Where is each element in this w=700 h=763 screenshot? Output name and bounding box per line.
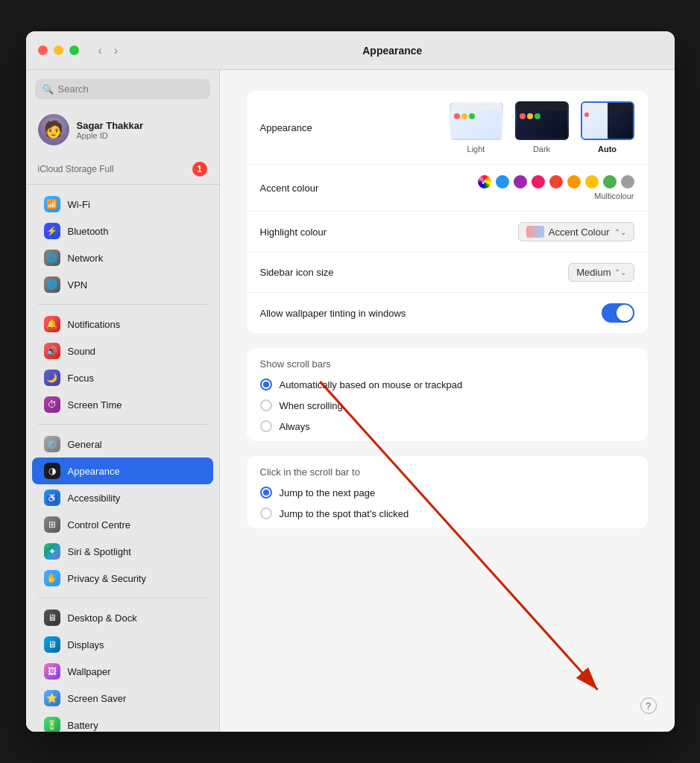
- accent-colour-control: Multicolour: [478, 175, 634, 200]
- privacy-icon: ✋: [44, 570, 60, 586]
- accessibility-icon: ♿: [44, 490, 60, 506]
- wifi-icon: 📶: [44, 196, 60, 212]
- close-button[interactable]: [38, 45, 48, 55]
- click-next-row[interactable]: Jump to the next page: [247, 482, 648, 503]
- dot-yellow: [461, 113, 467, 119]
- sidebar-item-battery[interactable]: 🔋 Battery: [32, 712, 213, 732]
- icloud-row[interactable]: iCloud Storage Full 1: [26, 157, 219, 185]
- notifications-icon: 🔔: [44, 316, 60, 332]
- accent-dots: [478, 175, 634, 189]
- dark-thumbnail: [515, 101, 569, 140]
- user-profile[interactable]: 🧑 Sagar Thakkar Apple ID: [26, 108, 219, 151]
- accent-multicolor[interactable]: [478, 175, 491, 189]
- minimize-button[interactable]: [54, 45, 63, 55]
- appearance-dark[interactable]: Dark: [515, 101, 569, 153]
- network-icon: 🌐: [44, 250, 60, 266]
- sidebar-item-displays-label: Displays: [68, 639, 104, 650]
- toggle-knob: [617, 305, 633, 321]
- sidebar-item-screentime[interactable]: ⏱ Screen Time: [32, 391, 213, 418]
- search-input[interactable]: [58, 83, 203, 95]
- sidebar-item-focus-label: Focus: [68, 373, 94, 384]
- forward-button[interactable]: ›: [110, 42, 122, 59]
- click-spot-radio[interactable]: [260, 507, 272, 519]
- dot-red: [454, 113, 460, 119]
- scroll-when-row[interactable]: When scrolling: [247, 395, 648, 416]
- accent-orange[interactable]: [567, 175, 581, 189]
- avatar-image: 🧑: [38, 114, 69, 145]
- scroll-auto-label: Automatically based on mouse or trackpad: [280, 379, 463, 390]
- help-button[interactable]: ?: [640, 697, 657, 714]
- sidebar-item-controlcentre[interactable]: ⊞ Control Centre: [32, 511, 213, 538]
- sidebar-item-appearance[interactable]: ◑ Appearance: [32, 458, 213, 484]
- appearance-group: Appearance: [247, 91, 648, 333]
- sidebar-item-accessibility[interactable]: ♿ Accessibility: [32, 484, 213, 511]
- thumb-body: [451, 110, 502, 139]
- appearance-light[interactable]: Light: [450, 101, 503, 153]
- auto-menubar-l: [582, 103, 608, 110]
- sidebar-item-wallpaper[interactable]: 🖼 Wallpaper: [32, 658, 213, 685]
- auto-body-r: [608, 110, 633, 139]
- dot-yellow-d: [527, 113, 533, 119]
- click-spot-row[interactable]: Jump to the spot that's clicked: [247, 503, 648, 528]
- sidebar-item-desktop[interactable]: 🖥 Desktop & Dock: [32, 604, 213, 631]
- accent-pink[interactable]: [532, 175, 545, 189]
- auto-body-l: [582, 110, 608, 139]
- click-scroll-group: Click in the scroll bar to Jump to the n…: [247, 456, 648, 528]
- sidebar-item-displays[interactable]: 🖥 Displays: [32, 631, 213, 658]
- accent-col-wrap: Multicolour: [478, 175, 634, 200]
- light-label: Light: [467, 145, 485, 153]
- scroll-always-row[interactable]: Always: [247, 416, 648, 441]
- main-layout: 🔍 🧑 Sagar Thakkar Apple ID iCloud Storag…: [26, 70, 675, 732]
- user-info: Sagar Thakkar Apple ID: [77, 120, 144, 140]
- accent-purple[interactable]: [514, 175, 527, 189]
- scroll-auto-row[interactable]: Automatically based on mouse or trackpad: [247, 374, 648, 395]
- highlight-colour-control: Accent Colour ⌃⌄: [518, 222, 634, 241]
- sidebar-item-bluetooth[interactable]: ⚡ Bluetooth: [32, 218, 213, 244]
- sidebar-item-siri[interactable]: ✦ Siri & Spotlight: [32, 538, 213, 565]
- sidebar-item-wifi[interactable]: 📶 Wi-Fi: [32, 191, 213, 218]
- accent-yellow[interactable]: [585, 175, 599, 189]
- appearance-auto[interactable]: Auto: [581, 101, 634, 153]
- accent-sublabel: Multicolour: [594, 191, 634, 200]
- controlcentre-icon: ⊞: [44, 516, 60, 533]
- light-thumbnail: [450, 101, 503, 140]
- sidebar-item-network[interactable]: 🌐 Network: [32, 244, 213, 271]
- maximize-button[interactable]: [69, 45, 79, 55]
- sidebar-item-general-label: General: [68, 439, 102, 450]
- sidebar-item-screensaver[interactable]: ⭐ Screen Saver: [32, 685, 213, 712]
- sidebar-item-privacy-label: Privacy & Security: [68, 573, 146, 584]
- sidebar: 🔍 🧑 Sagar Thakkar Apple ID iCloud Storag…: [26, 70, 220, 732]
- sidebar-icon-size-value: Medium: [576, 267, 611, 278]
- titlebar: ‹ › Appearance: [26, 31, 675, 70]
- appearance-label: Appearance: [260, 122, 312, 133]
- sidebar-item-privacy[interactable]: ✋ Privacy & Security: [32, 565, 213, 592]
- sidebar-item-siri-label: Siri & Spotlight: [68, 546, 131, 557]
- highlight-pill[interactable]: Accent Colour ⌃⌄: [518, 222, 634, 241]
- accent-colour-row: Accent colour: [247, 165, 648, 212]
- sidebar-item-notifications[interactable]: 🔔 Notifications: [32, 311, 213, 338]
- wallpaper-tinting-control: [602, 303, 634, 323]
- wallpaper-tinting-toggle[interactable]: [602, 303, 634, 323]
- scroll-always-radio[interactable]: [260, 420, 272, 432]
- auto-right: [608, 103, 633, 139]
- system-preferences-window: ‹ › Appearance 🔍 🧑 Sagar Thakkar: [26, 31, 675, 732]
- sidebar-item-focus[interactable]: 🌙 Focus: [32, 364, 213, 391]
- scroll-when-radio[interactable]: [260, 399, 272, 411]
- accent-blue[interactable]: [496, 175, 509, 189]
- scroll-auto-radio[interactable]: [260, 379, 272, 390]
- sound-icon: 🔊: [44, 343, 60, 359]
- accent-gray[interactable]: [621, 175, 634, 189]
- sidebar-item-vpn[interactable]: 🌐 VPN: [32, 271, 213, 298]
- search-box[interactable]: 🔍: [35, 79, 210, 99]
- dot-green-d: [535, 113, 540, 119]
- click-next-label: Jump to the next page: [280, 487, 376, 498]
- thumb-menubar: [451, 103, 502, 110]
- sidebar-item-general[interactable]: ⚙️ General: [32, 431, 213, 458]
- sidebar-icon-stepper[interactable]: Medium ⌃⌄: [568, 263, 634, 282]
- accent-red[interactable]: [549, 175, 563, 189]
- sidebar-item-sound[interactable]: 🔊 Sound: [32, 338, 213, 364]
- click-next-radio[interactable]: [260, 487, 272, 498]
- accent-green[interactable]: [603, 175, 617, 189]
- auto-label: Auto: [598, 145, 617, 153]
- back-button[interactable]: ‹: [94, 42, 107, 59]
